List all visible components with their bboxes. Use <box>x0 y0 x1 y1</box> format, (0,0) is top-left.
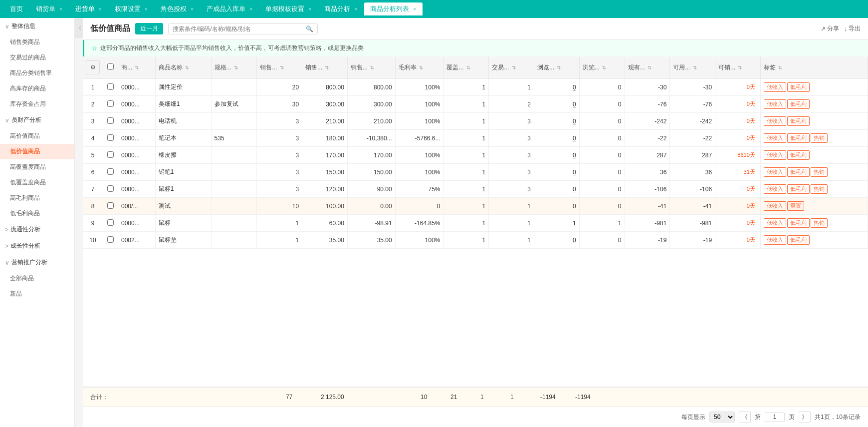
row-checkbox[interactable] <box>107 134 114 141</box>
row-checkbox[interactable] <box>107 202 114 209</box>
sidebar-item-low-profit[interactable]: 低毛利商品 <box>0 206 74 221</box>
col-sale-price-sort[interactable]: ⇅ <box>325 65 329 70</box>
sidebar-item-traded[interactable]: 交易过的商品 <box>0 50 74 65</box>
col-trade-sort[interactable]: ⇅ <box>512 65 516 70</box>
export-button[interactable]: ↓ 导出 <box>844 24 861 33</box>
nav-analysis-list[interactable]: 商品分析列表 × <box>364 2 422 15</box>
row-view1-link[interactable]: 0 <box>573 84 576 91</box>
sidebar-item-inventory-capital[interactable]: 库存资金占用 <box>0 96 74 112</box>
sidebar-item-low-value[interactable]: 低价值商品 <box>0 144 74 159</box>
col-checkbox[interactable] <box>103 56 118 79</box>
col-sale-amount-sort[interactable]: ⇅ <box>370 65 374 70</box>
row-view1-link[interactable]: 0 <box>573 135 576 142</box>
nav-sales-close[interactable]: × <box>59 6 62 12</box>
sidebar-item-category-sales-rate[interactable]: 商品分类销售率 <box>0 65 74 81</box>
col-view2-sort[interactable]: ⇅ <box>602 65 606 70</box>
sidebar-item-new-products[interactable]: 新品 <box>0 286 74 302</box>
row-view1-link[interactable]: 0 <box>573 118 576 125</box>
nav-home[interactable]: 首页 <box>4 2 29 15</box>
sidebar-section-growth[interactable]: > 成长性分析 <box>0 238 74 254</box>
row-name[interactable]: 鼠标1 <box>155 181 211 198</box>
row-view1[interactable]: 0 <box>534 79 580 96</box>
share-button[interactable]: ↗ 分享 <box>821 24 839 33</box>
next-page-button[interactable]: 》 <box>799 411 811 423</box>
row-checkbox[interactable] <box>107 151 114 158</box>
row-checkbox[interactable] <box>107 185 114 192</box>
col-sale-qty-sort[interactable]: ⇅ <box>280 65 284 70</box>
row-view1[interactable]: 0 <box>534 96 580 113</box>
row-view1-link[interactable]: 0 <box>573 152 576 159</box>
row-checkbox[interactable] <box>107 100 114 107</box>
col-code-sort[interactable]: ⇅ <box>135 65 139 70</box>
sidebar-item-low-coverage[interactable]: 低覆盖度商品 <box>0 175 74 190</box>
sidebar-item-high-inventory[interactable]: 高库存的商品 <box>0 81 74 96</box>
nav-template[interactable]: 单据模板设置 × <box>259 2 317 15</box>
nav-product-in[interactable]: 产成品入库单 × <box>201 2 258 15</box>
search-icon[interactable]: 🔍 <box>306 25 313 32</box>
row-name[interactable]: 铅笔1 <box>155 164 211 181</box>
sidebar-item-high-coverage[interactable]: 高覆盖度商品 <box>0 159 74 175</box>
sidebar-item-all-products[interactable]: 全部商品 <box>0 271 74 286</box>
row-view1-link[interactable]: 1 <box>573 220 576 227</box>
col-current-stock-sort[interactable]: ⇅ <box>648 65 651 70</box>
row-name[interactable]: 鼠标垫 <box>155 232 211 249</box>
search-input[interactable] <box>173 25 303 32</box>
row-checkbox[interactable] <box>107 236 114 243</box>
nav-purchase-close[interactable]: × <box>99 6 102 12</box>
sidebar-item-high-profit[interactable]: 高毛利商品 <box>0 190 74 206</box>
row-checkbox[interactable] <box>107 168 114 175</box>
nav-roles[interactable]: 角色授权 × <box>155 2 200 15</box>
row-checkbox[interactable] <box>107 83 114 90</box>
nav-analysis-close[interactable]: × <box>354 6 357 12</box>
row-checkbox[interactable] <box>107 219 114 226</box>
col-view1-sort[interactable]: ⇅ <box>557 65 561 70</box>
row-name[interactable]: 吴细细1 <box>155 96 211 113</box>
row-view1[interactable]: 0 <box>534 164 580 181</box>
filter-button[interactable]: 近一月 <box>135 23 163 34</box>
sidebar-item-sales-category[interactable]: 销售类商品 <box>0 34 74 50</box>
row-view1[interactable]: 1 <box>534 215 580 232</box>
page-size-select[interactable]: 20 50 100 <box>709 412 735 423</box>
row-name[interactable]: 笔记本 <box>155 130 211 147</box>
nav-permissions[interactable]: 权限设置 × <box>109 2 154 15</box>
sidebar-section-circulation[interactable]: > 流通性分析 <box>0 221 74 238</box>
row-name[interactable]: 电话机 <box>155 113 211 130</box>
row-view1[interactable]: 0 <box>534 181 580 198</box>
select-all-checkbox[interactable] <box>107 63 114 70</box>
nav-sales[interactable]: 销货单 × <box>30 2 68 15</box>
row-name[interactable]: 鼠标 <box>155 215 211 232</box>
col-sellable-sort[interactable]: ⇅ <box>738 65 742 70</box>
col-name-sort[interactable]: ⇅ <box>185 65 189 70</box>
col-gross-margin-sort[interactable]: ⇅ <box>419 65 423 70</box>
nav-analysis[interactable]: 商品分析 × <box>318 2 363 15</box>
nav-permissions-close[interactable]: × <box>145 6 148 12</box>
row-view1[interactable]: 0 <box>534 147 580 164</box>
row-view1-link[interactable]: 0 <box>573 186 576 193</box>
sidebar-section-overall[interactable]: ∨ 整体信息 <box>0 18 74 34</box>
row-view1-link[interactable]: 0 <box>573 237 576 244</box>
nav-roles-close[interactable]: × <box>191 6 194 12</box>
sidebar-item-high-value[interactable]: 高价值商品 <box>0 128 74 144</box>
sidebar-section-employee[interactable]: ∨ 员财产分析 <box>0 112 74 128</box>
sidebar-section-marketing[interactable]: ∨ 营销推广分析 <box>0 254 74 271</box>
row-checkbox[interactable] <box>107 117 114 124</box>
row-view1-link[interactable]: 0 <box>573 203 576 210</box>
col-spec-sort[interactable]: ⇅ <box>234 65 238 70</box>
sidebar-collapse-button[interactable]: 《 <box>75 18 83 38</box>
row-view1-link[interactable]: 0 <box>573 169 576 176</box>
row-view1[interactable]: 0 <box>534 232 580 249</box>
nav-product-in-close[interactable]: × <box>249 6 252 12</box>
col-coverage-sort[interactable]: ⇅ <box>466 65 470 70</box>
row-name[interactable]: 橡皮擦 <box>155 147 211 164</box>
row-name[interactable]: 属性定价 <box>155 79 211 96</box>
row-view1-link[interactable]: 0 <box>573 101 576 108</box>
nav-template-close[interactable]: × <box>308 6 311 12</box>
col-tags-sort[interactable]: ⇅ <box>778 65 782 70</box>
row-name[interactable]: 测试 <box>155 198 211 215</box>
page-input[interactable] <box>765 412 785 422</box>
nav-analysis-list-close[interactable]: × <box>413 6 416 12</box>
col-settings[interactable]: ⚙ <box>83 56 103 79</box>
row-view1[interactable]: 0 <box>534 113 580 130</box>
row-view1[interactable]: 0 <box>534 198 580 215</box>
nav-purchase[interactable]: 进货单 × <box>69 2 108 15</box>
